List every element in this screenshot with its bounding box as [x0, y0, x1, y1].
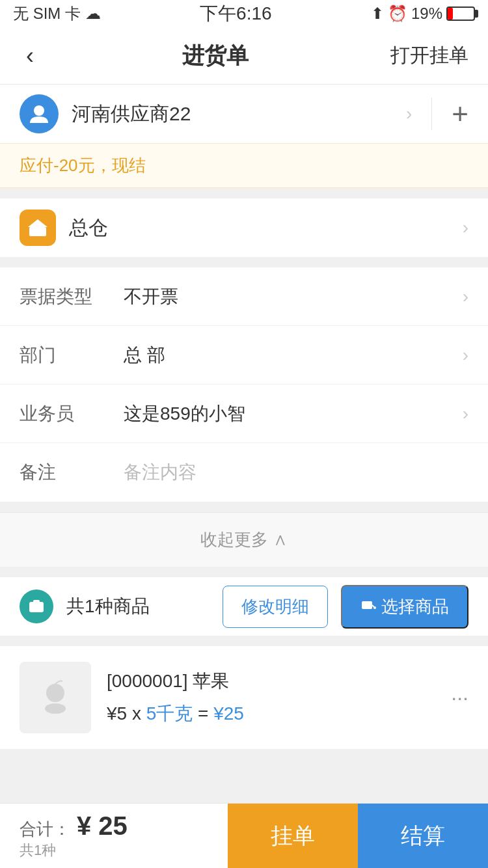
supplier-section: 河南供应商22 › + 应付-20元，现结	[0, 85, 488, 188]
price-unit: ¥5	[107, 703, 127, 724]
back-button[interactable]: ‹	[20, 36, 40, 76]
select-product-button[interactable]: 选择商品	[341, 585, 468, 629]
salesperson-row[interactable]: 业务员 这是859的小智 ›	[0, 385, 488, 443]
bottom-bar: 合计： ¥ 25 共1种 挂单 结算	[0, 803, 488, 868]
warehouse-row[interactable]: 总仓 ›	[0, 198, 488, 257]
svg-point-9	[373, 606, 376, 609]
modify-detail-button[interactable]: 修改明细	[223, 586, 328, 628]
checkout-button[interactable]: 结算	[358, 804, 488, 868]
svg-rect-1	[29, 227, 46, 236]
collapse-toggle[interactable]: 收起更多 ∧	[0, 512, 488, 567]
salesperson-chevron-icon: ›	[463, 403, 468, 424]
product-thumbnail	[20, 662, 91, 733]
remark-value[interactable]: 备注内容	[111, 460, 468, 485]
location-icon: ⬆	[371, 5, 384, 23]
svg-marker-2	[28, 219, 47, 227]
warehouse-name: 总仓	[69, 215, 463, 241]
form-section: 票据类型 不开票 › 部门 总 部 › 业务员 这是859的小智 › 备注 备注…	[0, 267, 488, 502]
nav-bar: ‹ 进货单 打开挂单	[0, 27, 488, 85]
page-title: 进货单	[182, 41, 249, 71]
price-quantity: 5千克	[146, 703, 193, 724]
product-more-button[interactable]: ···	[451, 686, 468, 710]
price-total: ¥25	[213, 703, 244, 724]
department-label: 部门	[20, 343, 111, 368]
ticket-type-value: 不开票	[111, 284, 463, 309]
total-count: 共1种	[20, 841, 208, 860]
suspend-button[interactable]: 挂单	[228, 804, 358, 868]
department-chevron-icon: ›	[463, 345, 468, 366]
payment-hint: 应付-20元，现结	[0, 143, 488, 188]
warehouse-chevron-icon: ›	[463, 217, 468, 238]
select-product-icon	[360, 599, 376, 614]
add-supplier-button[interactable]: +	[452, 98, 468, 130]
price-equals: =	[198, 703, 213, 724]
supplier-name: 河南供应商22	[72, 101, 406, 128]
select-product-label: 选择商品	[381, 595, 449, 618]
signal-text: 无 SIM 卡 ☁	[13, 3, 101, 24]
ticket-type-label: 票据类型	[20, 284, 111, 309]
warehouse-section[interactable]: 总仓 ›	[0, 198, 488, 257]
remark-row[interactable]: 备注 备注内容	[0, 443, 488, 502]
department-value: 总 部	[111, 343, 463, 368]
product-count-text: 共1种商品	[66, 594, 210, 619]
status-right: ⬆ ⏰ 19%	[371, 5, 475, 23]
price-multiply: x	[132, 703, 146, 724]
status-bar: 无 SIM 卡 ☁ 下午6:16 ⬆ ⏰ 19%	[0, 0, 488, 27]
product-price: ¥5 x 5千克 = ¥25	[107, 701, 435, 726]
product-item: [0000001] 苹果 ¥5 x 5千克 = ¥25 ···	[0, 646, 488, 749]
battery-icon	[446, 7, 475, 21]
salesperson-value: 这是859的小智	[111, 401, 463, 426]
battery-percent: 19%	[411, 5, 442, 23]
product-name: [0000001] 苹果	[107, 669, 435, 694]
svg-point-0	[34, 105, 44, 116]
divider	[431, 98, 432, 130]
alarm-icon: ⏰	[388, 5, 407, 23]
total-label: 合计：	[20, 818, 70, 841]
bottom-total: 合计： ¥ 25 共1种	[0, 804, 228, 868]
supplier-row[interactable]: 河南供应商22 › +	[0, 85, 488, 143]
total-row: 合计： ¥ 25	[20, 811, 208, 841]
product-section: 共1种商品 修改明细 选择商品	[0, 577, 488, 636]
svg-point-11	[45, 703, 66, 714]
open-pending-button[interactable]: 打开挂单	[390, 42, 468, 69]
salesperson-label: 业务员	[20, 401, 111, 426]
chevron-right-icon: ›	[406, 103, 412, 124]
warehouse-icon	[20, 210, 56, 246]
svg-rect-7	[362, 601, 372, 609]
total-amount: ¥ 25	[77, 811, 128, 841]
product-info: [0000001] 苹果 ¥5 x 5千克 = ¥25	[107, 669, 435, 726]
svg-point-10	[46, 684, 64, 702]
supplier-avatar	[20, 94, 59, 133]
ticket-type-row[interactable]: 票据类型 不开票 ›	[0, 267, 488, 326]
product-count-icon	[20, 590, 53, 623]
svg-rect-4	[33, 600, 40, 604]
status-time: 下午6:16	[200, 1, 272, 26]
ticket-type-chevron-icon: ›	[463, 286, 468, 307]
status-left: 无 SIM 卡 ☁	[13, 3, 101, 24]
product-header: 共1种商品 修改明细 选择商品	[0, 577, 488, 636]
remark-label: 备注	[20, 460, 111, 485]
department-row[interactable]: 部门 总 部 ›	[0, 326, 488, 385]
